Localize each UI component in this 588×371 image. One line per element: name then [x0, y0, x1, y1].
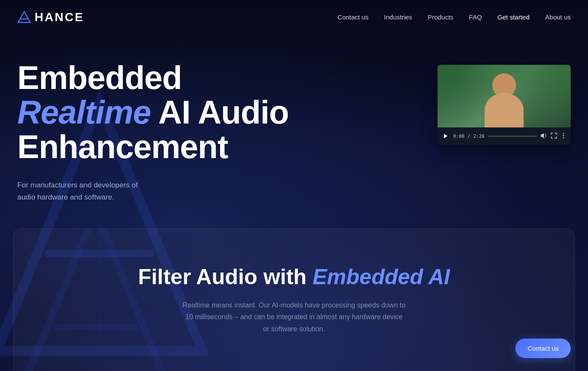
video-person [483, 71, 526, 127]
svg-point-2 [563, 135, 564, 136]
nav-item-industries[interactable]: Industries [384, 13, 412, 21]
video-fullscreen-button[interactable] [551, 133, 557, 140]
filter-title-italic: Embedded AI [313, 265, 450, 289]
hero-title-realtime: Realtime [17, 94, 151, 130]
hero-title: Embedded Realtime AI Audio Enhancement [17, 60, 289, 164]
logo[interactable]: HANCE [17, 10, 84, 24]
hero-title-line1: Embedded [17, 59, 182, 96]
filter-description: Realtime means instant. Our AI-models ha… [182, 299, 406, 335]
hero-subtitle-line2: audio hardware and software. [17, 193, 114, 201]
nav-item-get-started[interactable]: Get started [498, 13, 530, 21]
video-controls-bar: 0:00 / 2:26 [438, 127, 571, 145]
nav-link-about[interactable]: About us [545, 13, 571, 21]
logo-icon [17, 10, 31, 24]
nav-item-products[interactable]: Products [428, 13, 453, 21]
video-progress-bar[interactable] [488, 136, 537, 137]
nav-link-products[interactable]: Products [428, 13, 453, 21]
video-time-sep: / [467, 133, 473, 139]
video-current-time: 0:00 [453, 133, 465, 139]
logo-text: HANCE [35, 10, 84, 24]
video-play-button[interactable] [442, 132, 450, 140]
video-thumbnail [438, 65, 571, 127]
svg-marker-0 [444, 134, 447, 138]
hero-section: Embedded Realtime AI Audio Enhancement F… [0, 35, 588, 203]
nav-item-about[interactable]: About us [545, 13, 571, 21]
video-volume-button[interactable] [540, 133, 547, 140]
hero-title-ai-audio: AI Audio [151, 94, 289, 130]
video-time-display: 0:00 / 2:26 [453, 133, 485, 139]
filter-title-normal: Filter Audio with [138, 265, 313, 289]
video-person-body [485, 93, 524, 127]
hero-content: Embedded Realtime AI Audio Enhancement F… [17, 60, 289, 203]
video-more-button[interactable] [560, 133, 566, 140]
filter-audio-title: Filter Audio with Embedded AI [138, 265, 450, 289]
nav-link-contact[interactable]: Contact us [338, 13, 369, 21]
nav-link-get-started[interactable]: Get started [498, 13, 530, 21]
video-total-time: 2:26 [473, 133, 485, 139]
hero-subtitle-line1: For manufacturers and developers of [17, 181, 138, 189]
contact-float-button[interactable]: Contact us [515, 339, 571, 358]
navigation: HANCE Contact us Industries Products FAQ… [0, 0, 588, 35]
nav-link-industries[interactable]: Industries [384, 13, 412, 21]
hero-title-line3: Enhancement [17, 128, 228, 165]
bottom-section: Filter Audio with Embedded AI Realtime m… [0, 228, 588, 371]
nav-menu: Contact us Industries Products FAQ Get s… [338, 13, 571, 21]
svg-point-1 [563, 133, 564, 133]
nav-item-faq[interactable]: FAQ [469, 13, 482, 21]
nav-item-contact[interactable]: Contact us [338, 13, 369, 21]
video-player[interactable]: 0:00 / 2:26 [438, 65, 571, 145]
hero-subtitle: For manufacturers and developers of audi… [17, 179, 289, 203]
bottom-card: Filter Audio with Embedded AI Realtime m… [13, 228, 575, 371]
nav-link-faq[interactable]: FAQ [469, 13, 482, 21]
svg-point-3 [563, 137, 564, 138]
card-watermark [13, 228, 204, 371]
